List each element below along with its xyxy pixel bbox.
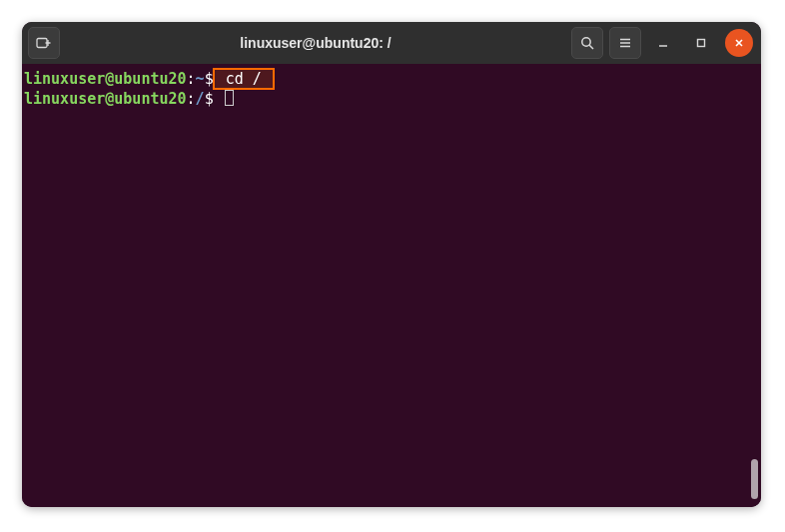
prompt-colon: :	[187, 90, 196, 108]
close-icon	[733, 37, 745, 49]
prompt-path: ~	[196, 70, 205, 88]
titlebar: linuxuser@ubuntu20: /	[22, 22, 761, 64]
new-tab-icon	[36, 35, 52, 51]
hamburger-icon	[617, 35, 633, 51]
minimize-button[interactable]	[649, 29, 677, 57]
prompt-dollar: $	[205, 90, 214, 108]
prompt-line-1: linuxuser@ubuntu20:~$ cd /	[24, 68, 759, 90]
prompt-line-2: linuxuser@ubuntu20:/$	[24, 90, 759, 108]
minimize-icon	[657, 37, 669, 49]
terminal-window: linuxuser@ubuntu20: /	[22, 22, 761, 507]
menu-button[interactable]	[609, 27, 641, 59]
new-tab-button[interactable]	[28, 27, 60, 59]
maximize-button[interactable]	[687, 29, 715, 57]
scrollbar-thumb[interactable]	[751, 459, 758, 499]
prompt-path: /	[196, 90, 205, 108]
prompt-user: linuxuser@ubuntu20	[24, 90, 187, 108]
svg-rect-7	[698, 40, 705, 47]
search-button[interactable]	[571, 27, 603, 59]
maximize-icon	[695, 37, 707, 49]
close-button[interactable]	[725, 29, 753, 57]
cursor	[225, 90, 234, 106]
prompt-user: linuxuser@ubuntu20	[24, 70, 187, 88]
svg-line-2	[589, 45, 593, 49]
terminal-area[interactable]: linuxuser@ubuntu20:~$ cd / linuxuser@ubu…	[22, 64, 761, 507]
prompt-colon: :	[187, 70, 196, 88]
window-title: linuxuser@ubuntu20: /	[66, 35, 565, 51]
search-icon	[579, 35, 595, 51]
svg-point-1	[582, 38, 590, 46]
command-text: cd /	[217, 70, 262, 88]
command-highlight: cd /	[213, 68, 275, 90]
